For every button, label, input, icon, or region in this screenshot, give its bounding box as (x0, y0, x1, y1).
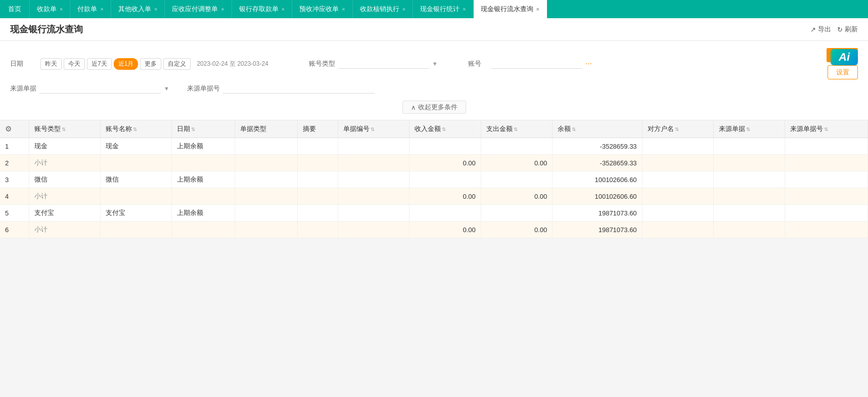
nav-tab[interactable]: 现金银行统计× (413, 0, 473, 18)
nav-tab[interactable]: 收款核销执行× (353, 0, 413, 18)
table-row: 4小计0.000.00100102606.60 (0, 188, 868, 205)
account-type-input[interactable] (338, 59, 429, 69)
column-header-summary: 摘要 (298, 120, 338, 138)
cell-counter_party (642, 205, 713, 222)
column-header-account_type[interactable]: 账号类型⇅ (29, 120, 100, 138)
cell-balance: -3528659.33 (553, 138, 642, 155)
cell-account_name (100, 188, 171, 205)
column-header-date[interactable]: 日期⇅ (172, 120, 235, 138)
account-more-button[interactable]: ··· (585, 59, 592, 68)
nav-tab[interactable]: 现金银行流水查询× (474, 0, 547, 18)
sort-icon: ⇅ (133, 126, 137, 132)
nav-tab[interactable]: 付款单× (70, 0, 111, 18)
cell-source_doc_no (785, 171, 868, 188)
cell-doc_type (235, 222, 297, 238)
cell-no: 5 (0, 205, 29, 222)
cell-income (409, 205, 481, 222)
close-icon[interactable]: × (100, 6, 103, 12)
cell-no: 2 (0, 155, 29, 171)
cell-doc_no (338, 138, 409, 155)
date-filter-button[interactable]: 更多 (140, 58, 161, 70)
close-icon[interactable]: × (154, 6, 157, 12)
table-row: 2小计0.000.00-3528659.33 (0, 155, 868, 171)
source-doc-input[interactable] (39, 83, 161, 94)
cell-date (172, 222, 235, 238)
cell-doc_type (235, 155, 297, 171)
cell-expense: 0.00 (481, 188, 552, 205)
column-header-balance[interactable]: 余额⇅ (553, 120, 642, 138)
column-header-expense[interactable]: 支出金额⇅ (481, 120, 552, 138)
close-icon[interactable]: × (536, 6, 539, 12)
refresh-button[interactable]: ↻ 刷新 (837, 25, 858, 34)
column-header-income[interactable]: 收入金额⇅ (409, 120, 481, 138)
cell-source_doc_no (785, 188, 868, 205)
close-icon[interactable]: × (402, 6, 405, 12)
cell-account_name (100, 222, 171, 238)
sort-icon: ⇅ (191, 126, 195, 132)
nav-tab-label: 收款单 (37, 5, 57, 14)
sort-icon: ⇅ (514, 126, 518, 132)
cell-balance: 100102606.60 (553, 188, 642, 205)
cell-source_doc (713, 188, 785, 205)
cell-date: 上期余额 (172, 138, 235, 155)
cell-account_name: 现金 (100, 138, 171, 155)
nav-tab-label: 现金银行统计 (420, 5, 460, 14)
sort-icon: ⇅ (572, 126, 576, 132)
account-input[interactable] (491, 59, 582, 69)
data-table: ⚙账号类型⇅账号名称⇅日期⇅单据类型摘要单据编号⇅收入金额⇅支出金额⇅余额⇅对方… (0, 120, 868, 238)
close-icon[interactable]: × (60, 6, 63, 12)
date-label: 日期 (10, 59, 30, 68)
source-doc-no-filter: 来源单据号 (187, 83, 375, 94)
cell-counter_party (642, 171, 713, 188)
table-settings-gear[interactable]: ⚙ (5, 124, 12, 133)
column-header-doc_no[interactable]: 单据编号⇅ (338, 120, 409, 138)
export-button[interactable]: ↗ 导出 (810, 25, 831, 34)
close-icon[interactable]: × (221, 6, 224, 12)
cell-date: 上期余额 (172, 171, 235, 188)
filter-row-date: 日期 昨天今天近7天近1月更多自定义 2023-02-24 至 2023-03-… (10, 48, 858, 79)
cell-counter_party (642, 222, 713, 238)
cell-balance: 100102606.60 (553, 171, 642, 188)
settings-button[interactable]: 设置 (828, 65, 858, 79)
date-filter-button[interactable]: 昨天 (40, 58, 62, 70)
date-filter-button[interactable]: 近7天 (87, 58, 112, 70)
date-filter-button[interactable]: 今天 (64, 58, 85, 70)
account-type-select[interactable]: ▼ (338, 59, 438, 69)
cell-account_type: 现金 (29, 138, 100, 155)
page-title: 现金银行流水查询 (10, 23, 83, 35)
date-filter-button[interactable]: 近1月 (114, 58, 139, 70)
column-header-source_doc[interactable]: 来源单据⇅ (713, 120, 785, 138)
ai-badge[interactable]: Ai (831, 49, 858, 65)
source-doc-row: 来源单据 ▼ 来源单据号 (10, 83, 858, 94)
nav-tab[interactable]: 银行存取款单× (232, 0, 292, 18)
cell-date (172, 188, 235, 205)
cell-account_type: 小计 (29, 222, 100, 238)
close-icon[interactable]: × (463, 6, 466, 12)
nav-home[interactable]: 首页 (0, 0, 30, 18)
close-icon[interactable]: × (282, 6, 285, 12)
table-row: 3微信微信上期余额100102606.60 (0, 171, 868, 188)
close-icon[interactable]: × (342, 6, 345, 12)
column-header-account_name[interactable]: 账号名称⇅ (100, 120, 171, 138)
nav-tab[interactable]: 预收冲应收单× (292, 0, 352, 18)
date-filter-button[interactable]: 自定义 (163, 58, 191, 70)
nav-tab[interactable]: 应收应付调整单× (165, 0, 232, 18)
cell-doc_no (338, 188, 409, 205)
account-filter: 账号 ··· (468, 59, 592, 69)
column-header-counter_party[interactable]: 对方户名⇅ (642, 120, 713, 138)
collapse-button[interactable]: ∧ 收起更多条件 (402, 101, 466, 114)
nav-tab[interactable]: 收款单× (30, 0, 70, 18)
cell-doc_no (338, 155, 409, 171)
nav-tab-label: 银行存取款单 (239, 5, 279, 14)
nav-tab[interactable]: 其他收入单× (111, 0, 165, 18)
account-type-filter: 账号类型 ▼ (309, 59, 438, 69)
cell-doc_no (338, 222, 409, 238)
cell-doc_type (235, 171, 297, 188)
column-header-source_doc_no[interactable]: 来源单据号⇅ (785, 120, 868, 138)
date-range-text: 2023-02-24 至 2023-03-24 (197, 60, 268, 67)
cell-expense (481, 205, 552, 222)
header-actions: ↗ 导出 ↻ 刷新 (810, 25, 858, 34)
source-doc-no-input[interactable] (223, 83, 375, 94)
cell-doc_type (235, 138, 297, 155)
source-doc-filter: 来源单据 ▼ (10, 83, 172, 94)
